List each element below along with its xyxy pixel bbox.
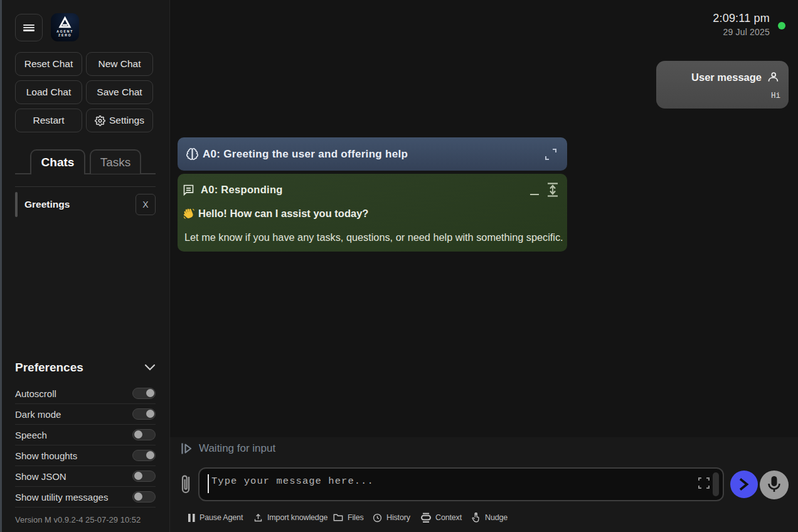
svg-text:AGENT: AGENT <box>56 29 73 33</box>
svg-text:ZERO: ZERO <box>58 33 72 37</box>
